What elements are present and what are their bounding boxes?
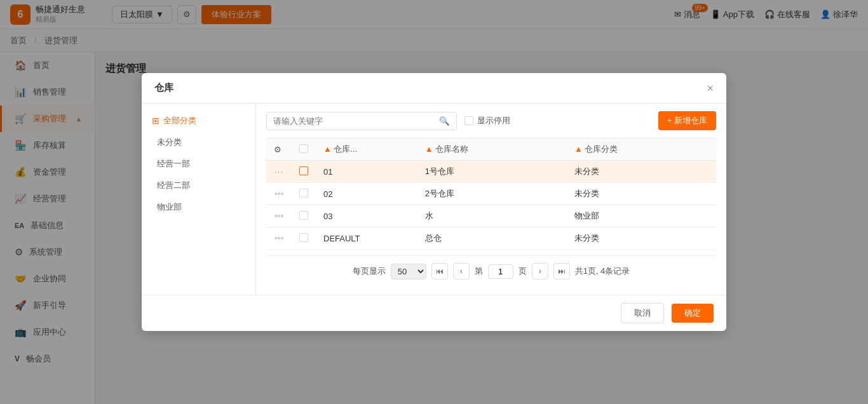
table-panel: 🔍 显示停用 + 新增仓库 ⚙ — [256, 104, 726, 295]
row-gear: ••• — [266, 227, 292, 250]
row-gear: ··· — [266, 161, 292, 183]
th-settings: ⚙ — [266, 138, 292, 161]
cancel-button[interactable]: 取消 — [621, 303, 664, 323]
row-category: 未分类 — [567, 183, 716, 205]
category-item-unclassified[interactable]: 未分类 — [142, 131, 255, 153]
th-code[interactable]: ▲ 仓库... — [316, 138, 417, 161]
category-item-dept1[interactable]: 经营一部 — [142, 153, 255, 175]
row-code: DEFAULT — [316, 227, 417, 250]
row-checkbox[interactable] — [292, 183, 316, 205]
grid-icon: ⊞ — [152, 116, 159, 126]
last-page-button[interactable]: ⏭ — [553, 263, 570, 279]
more-icon[interactable]: ··· — [275, 166, 284, 177]
table-row[interactable]: ••• 03 水 物业部 — [266, 205, 716, 227]
add-warehouse-button[interactable]: + 新增仓库 — [658, 111, 716, 130]
row-checkbox[interactable] — [292, 227, 316, 250]
modal-footer: 取消 确定 — [142, 295, 726, 331]
search-input[interactable] — [267, 112, 433, 130]
search-box: 🔍 — [266, 112, 457, 130]
warehouse-table: ⚙ ▲ 仓库... ▲ 仓库名称 — [266, 138, 716, 250]
row-code: 02 — [316, 183, 417, 205]
next-page-button[interactable]: › — [532, 263, 548, 279]
prev-page-button[interactable]: ‹ — [453, 263, 470, 279]
table-row[interactable]: ••• 02 2号仓库 未分类 — [266, 183, 716, 205]
sort-icon2: ▲ — [425, 144, 433, 154]
search-button[interactable]: 🔍 — [433, 112, 456, 130]
first-page-button[interactable]: ⏮ — [431, 263, 448, 279]
all-category-label: 全部分类 — [163, 115, 196, 126]
pagination-area: 每页显示 50 100 ⏮ ‹ 第 页 › ⏭ 共1页, 4条记录 — [266, 255, 716, 287]
table-wrapper: ⚙ ▲ 仓库... ▲ 仓库名称 — [266, 138, 716, 250]
row-checkbox[interactable] — [292, 161, 316, 183]
modal-title: 仓库 — [154, 82, 173, 94]
table-row[interactable]: ••• DEFAULT 总仓 未分类 — [266, 227, 716, 250]
show-disabled-checkbox[interactable] — [465, 116, 473, 125]
close-button[interactable]: × — [707, 83, 714, 94]
th-name[interactable]: ▲ 仓库名称 — [417, 138, 567, 161]
category-panel: ⊞ 全部分类 未分类 经营一部 经营二部 物业部 « — [142, 104, 256, 295]
row-category: 物业部 — [567, 205, 716, 227]
row-name: 总仓 — [417, 227, 567, 250]
row-code: 03 — [316, 205, 417, 227]
th-checkbox — [292, 138, 316, 161]
per-page-label: 每页显示 — [353, 266, 386, 277]
per-page-select[interactable]: 50 100 — [391, 264, 426, 279]
select-all-checkbox[interactable] — [299, 144, 308, 153]
all-category-item[interactable]: ⊞ 全部分类 — [142, 110, 255, 131]
row-name: 2号仓库 — [417, 183, 567, 205]
page-suffix: 页 — [519, 266, 527, 277]
confirm-button[interactable]: 确定 — [672, 304, 714, 323]
table-row[interactable]: ··· 01 1号仓库 未分类 — [266, 161, 716, 183]
category-item-property[interactable]: 物业部 — [142, 196, 255, 218]
total-info: 共1页, 4条记录 — [575, 266, 630, 277]
row-category: 未分类 — [567, 161, 716, 183]
row-name: 1号仓库 — [417, 161, 567, 183]
row-gear: ••• — [266, 205, 292, 227]
sort-icon3: ▲ — [574, 144, 583, 154]
category-item-dept2[interactable]: 经营二部 — [142, 175, 255, 196]
table-toolbar: 🔍 显示停用 + 新增仓库 — [266, 111, 716, 130]
modal-header: 仓库 × — [142, 73, 726, 104]
row-category: 未分类 — [567, 227, 716, 250]
th-category[interactable]: ▲ 仓库分类 — [567, 138, 716, 161]
show-disabled-label[interactable]: 显示停用 — [465, 115, 510, 126]
row-checkbox[interactable] — [292, 205, 316, 227]
row-code: 01 — [316, 161, 417, 183]
modal-overlay[interactable]: 仓库 × ⊞ 全部分类 未分类 经营一部 经营二部 物业部 « — [0, 0, 868, 404]
collapse-panel-button[interactable]: « — [255, 187, 256, 212]
sort-icon: ▲ — [323, 144, 332, 154]
warehouse-modal: 仓库 × ⊞ 全部分类 未分类 经营一部 经营二部 物业部 « — [142, 73, 726, 331]
page-label: 第 — [475, 266, 483, 277]
row-name: 水 — [417, 205, 567, 227]
row-gear: ••• — [266, 183, 292, 205]
settings-icon: ⚙ — [274, 145, 281, 154]
page-input[interactable] — [488, 264, 513, 279]
modal-body: ⊞ 全部分类 未分类 经营一部 经营二部 物业部 « 🔍 — [142, 104, 726, 295]
